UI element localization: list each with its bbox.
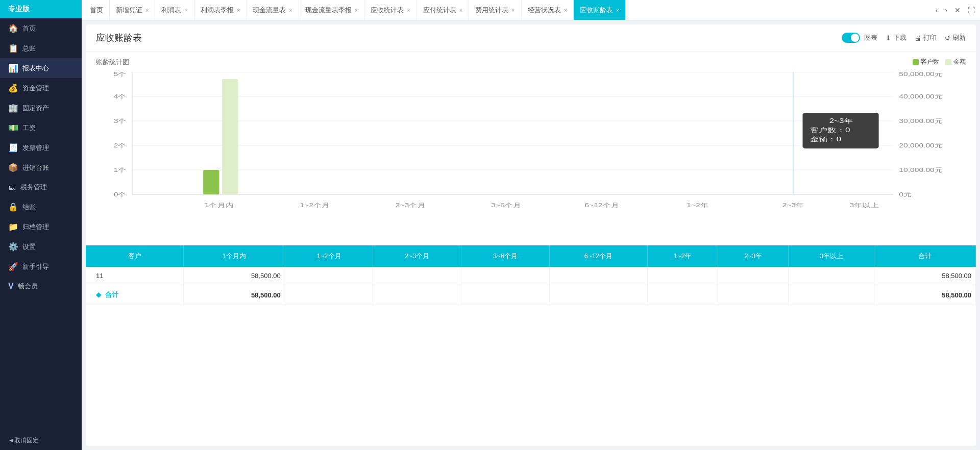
tab-profit-quarter-close[interactable]: × <box>237 7 240 13</box>
tab-operation[interactable]: 经营状况表 × <box>522 0 574 20</box>
sidebar-item-assets[interactable]: 🏢 固定资产 <box>0 98 82 118</box>
tab-nav-controls: ‹ › ✕ ⛶ <box>933 0 978 20</box>
tab-next-button[interactable]: › <box>942 0 950 20</box>
cell-m3-6 <box>461 267 550 285</box>
legend-customer-dot <box>913 59 919 65</box>
sidebar-label-home: 首页 <box>22 24 36 33</box>
sidebar-label-salary: 工资 <box>22 123 36 133</box>
salary-icon: 💵 <box>8 123 18 133</box>
tab-cashflow-quarter[interactable]: 现金流量表季报 × <box>299 0 364 20</box>
sidebar-item-reports[interactable]: 📊 报表中心 <box>0 58 82 78</box>
svg-text:0元: 0元 <box>899 191 912 197</box>
tab-bar: 首页 新增凭证 × 利润表 × 利润表季报 × 现金流量表 × 现金流量表季报 … <box>82 0 980 20</box>
tab-profit-quarter[interactable]: 利润表季报 × <box>194 0 247 20</box>
sidebar-item-settings[interactable]: ⚙️ 设置 <box>0 237 82 257</box>
table-area: 客户 1个月内 1~2个月 2~3个月 3~6个月 6~12个月 1~2年 2~… <box>86 245 976 446</box>
tab-cashflow-label: 现金流量表 <box>253 6 286 15</box>
tab-home[interactable]: 首页 <box>84 0 110 20</box>
svg-text:4个: 4个 <box>114 93 127 99</box>
table-header-row: 客户 1个月内 1~2个月 2~3个月 3~6个月 6~12个月 1~2年 2~… <box>86 245 976 267</box>
tab-aging-close[interactable]: × <box>616 7 619 13</box>
tab-cashflow-quarter-label: 现金流量表季报 <box>305 6 352 15</box>
sidebar-item-funds[interactable]: 💰 资金管理 <box>0 78 82 98</box>
page-header: 应收账龄表 图表 ⬇ 下载 🖨 打印 ↺ 刷新 <box>86 24 976 52</box>
refresh-button[interactable]: ↺ 刷新 <box>945 33 966 42</box>
tab-payable-stat[interactable]: 应付统计表 × <box>417 0 469 20</box>
svg-text:3年以上: 3年以上 <box>850 202 879 208</box>
cell-y2-3 <box>718 267 789 285</box>
sidebar-label-assets: 固定资产 <box>22 104 49 113</box>
chart-toggle[interactable] <box>842 33 860 43</box>
print-button[interactable]: 🖨 打印 <box>915 33 937 42</box>
legend-amount: 金额 <box>945 58 966 66</box>
sidebar-item-close[interactable]: 🔒 结账 <box>0 197 82 217</box>
cell-m1-2 <box>285 267 373 285</box>
legend-customer-label: 客户数 <box>921 58 939 66</box>
tab-home-label: 首页 <box>90 6 103 15</box>
sidebar-label-guide: 新手引导 <box>22 262 49 271</box>
svg-text:2个: 2个 <box>114 142 127 148</box>
tab-close-all-button[interactable]: ✕ <box>951 0 964 20</box>
sidebar-item-salary[interactable]: 💵 工资 <box>0 118 82 138</box>
tab-aging[interactable]: 应收账龄表 × <box>574 0 626 20</box>
tab-receivable-stat-label: 应收统计表 <box>371 6 404 15</box>
bar-customer-1[interactable] <box>203 170 219 194</box>
chart-svg[interactable]: 0个 1个 2个 3个 4个 5个 0元 10,000.00元 20,000.0… <box>96 72 966 225</box>
cell-total: 58,500.00 <box>874 267 976 285</box>
tab-profit-close[interactable]: × <box>184 7 187 13</box>
sidebar-item-tax[interactable]: 🗂 税务管理 <box>0 178 82 197</box>
purchase-icon: 📦 <box>8 163 18 172</box>
sidebar-label-invoice: 发票管理 <box>22 143 49 153</box>
legend-amount-label: 金额 <box>953 58 966 66</box>
tab-receivable-stat-close[interactable]: × <box>407 7 410 13</box>
cell-total-y3plus <box>789 285 874 305</box>
download-label: 下载 <box>893 33 906 42</box>
sidebar-item-home[interactable]: 🏠 首页 <box>0 18 82 38</box>
aging-table: 客户 1个月内 1~2个月 2~3个月 3~6个月 6~12个月 1~2年 2~… <box>86 245 976 305</box>
cell-m6-12 <box>549 267 647 285</box>
sidebar-label-funds: 资金管理 <box>22 84 49 93</box>
cell-y1-2 <box>647 267 718 285</box>
cell-m2-3 <box>373 267 461 285</box>
bar-amount-1[interactable] <box>222 79 238 194</box>
cell-customer: 11 <box>86 267 184 285</box>
refresh-label: 刷新 <box>952 33 966 42</box>
cell-total-total: 58,500.00 <box>874 285 976 305</box>
svg-text:3~6个月: 3~6个月 <box>491 202 521 208</box>
table-row: 11 58,500.00 58,500.00 <box>86 267 976 285</box>
tab-prev-button[interactable]: ‹ <box>933 0 941 20</box>
svg-text:2~3年: 2~3年 <box>829 117 853 124</box>
sidebar-item-guide[interactable]: 🚀 新手引导 <box>0 257 82 277</box>
tab-maximize-button[interactable]: ⛶ <box>965 0 978 20</box>
sidebar-item-vip[interactable]: V 畅会员 <box>0 277 82 296</box>
tab-profit[interactable]: 利润表 × <box>155 0 194 20</box>
tab-expense-stat-close[interactable]: × <box>511 7 514 13</box>
col-m2-3: 2~3个月 <box>373 245 461 267</box>
tab-voucher-close[interactable]: × <box>145 7 149 13</box>
sidebar-item-archive[interactable]: 📁 归档管理 <box>0 217 82 237</box>
tab-profit-quarter-label: 利润表季报 <box>201 6 234 15</box>
tab-cashflow-close[interactable]: × <box>289 7 292 13</box>
tab-payable-stat-close[interactable]: × <box>459 7 462 13</box>
sidebar: 专业版 🏠 首页 📋 总账 📊 报表中心 💰 资金管理 🏢 固定资产 💵 工资 … <box>0 0 82 450</box>
tab-operation-label: 经营状况表 <box>528 6 561 15</box>
tab-operation-close[interactable]: × <box>564 7 567 13</box>
sidebar-item-purchase[interactable]: 📦 进销台账 <box>0 158 82 178</box>
page-actions: 图表 ⬇ 下载 🖨 打印 ↺ 刷新 <box>842 33 966 43</box>
unpin-button[interactable]: ◄取消固定 <box>0 431 82 450</box>
col-y1-2: 1~2年 <box>647 245 718 267</box>
download-button[interactable]: ⬇ 下载 <box>886 33 906 42</box>
sidebar-item-ledger[interactable]: 📋 总账 <box>0 38 82 58</box>
assets-icon: 🏢 <box>8 103 18 113</box>
tab-receivable-stat[interactable]: 应收统计表 × <box>364 0 416 20</box>
refresh-icon: ↺ <box>945 34 950 42</box>
sidebar-item-invoice[interactable]: 🧾 发票管理 <box>0 138 82 158</box>
tab-voucher[interactable]: 新增凭证 × <box>110 0 155 20</box>
tab-expense-stat[interactable]: 费用统计表 × <box>469 0 521 20</box>
svg-text:1~2个月: 1~2个月 <box>300 202 330 208</box>
page-content: 应收账龄表 图表 ⬇ 下载 🖨 打印 ↺ 刷新 <box>86 24 976 446</box>
print-label: 打印 <box>923 33 937 42</box>
sidebar-label-vip: 畅会员 <box>18 282 38 291</box>
tab-cashflow[interactable]: 现金流量表 × <box>247 0 299 20</box>
tab-cashflow-quarter-close[interactable]: × <box>355 7 358 13</box>
